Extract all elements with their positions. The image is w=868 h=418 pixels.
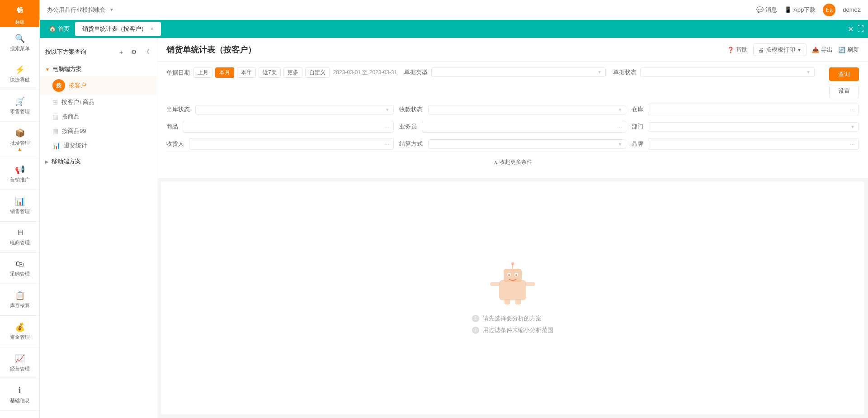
- sidebar-item-shortcut[interactable]: ⚡ 快捷导航: [0, 58, 39, 90]
- tab-home[interactable]: 🏠 首页: [43, 25, 75, 33]
- left-panel: 按以下方案查询 + ⚙ 《 ▼ 电脑端方案: [40, 38, 157, 418]
- print-button[interactable]: 🖨 按模板打印 ▼: [753, 43, 807, 56]
- tab-close-icon[interactable]: ×: [151, 26, 154, 32]
- tree-item-by-customer-product[interactable]: ⊞ 按客户+商品: [40, 95, 157, 109]
- salesperson-input[interactable]: ···: [422, 121, 627, 133]
- search-icon: 🔍: [15, 33, 25, 43]
- app-download-action[interactable]: 📱 App下载: [784, 6, 816, 14]
- print-label: 按模板打印: [766, 46, 795, 54]
- home-icon: 🏠: [49, 25, 56, 32]
- avatar[interactable]: Ea: [823, 4, 835, 16]
- collapse-button[interactable]: ∧ 收起更多条件: [494, 156, 532, 169]
- export-icon: 📤: [812, 47, 819, 53]
- product-input[interactable]: ···: [183, 121, 394, 133]
- date-btn-7days[interactable]: 近7天: [259, 67, 281, 78]
- add-scheme-button[interactable]: +: [116, 47, 126, 57]
- date-btn-last-month[interactable]: 上月: [193, 67, 212, 78]
- maximize-icon[interactable]: ⛶: [857, 25, 864, 33]
- tree-item-by-product[interactable]: ▦ 按商品: [40, 109, 157, 124]
- tab-sales-stats-label: 销货单统计表（按客户）: [82, 25, 147, 33]
- sidebar-item-purchase-label: 采购管理: [10, 271, 30, 277]
- salesperson-label: 业务员: [399, 123, 418, 131]
- sidebar-item-wholesale[interactable]: 📦 批发管理 ▲: [0, 122, 39, 158]
- doc-type-arrow-icon: ▼: [597, 70, 602, 75]
- receive-status-label: 收款状态: [399, 105, 425, 114]
- date-btn-custom[interactable]: 自定义: [305, 67, 330, 78]
- industry-selector[interactable]: 办公用品行业模拟账套 ▼: [47, 6, 114, 14]
- tree-item-by-product99-label: 按商品99: [62, 127, 86, 135]
- warehouse-input[interactable]: ···: [648, 104, 859, 115]
- tab-sales-stats[interactable]: 销货单统计表（按客户） ×: [75, 22, 161, 36]
- tree-item-by-customer-product-label: 按客户+商品: [61, 98, 94, 106]
- out-status-arrow-icon: ▼: [385, 107, 390, 112]
- sidebar-item-system[interactable]: ⚙ 系统管理: [0, 411, 39, 418]
- filter-area: 单据日期 上月 本月 本年 近7天 更多 自定义 2023-03-01 至 20…: [157, 62, 868, 178]
- sidebar-item-ecommerce[interactable]: 🖥 电商管理: [0, 222, 39, 253]
- tree-group-desktop-label: 电脑端方案: [52, 65, 82, 73]
- salesperson-filter: 业务员 ···: [399, 121, 627, 133]
- warehouse-label: 仓库: [632, 105, 644, 114]
- date-btn-this-month[interactable]: 本月: [215, 67, 234, 78]
- brand-input[interactable]: ···: [648, 138, 859, 150]
- department-select[interactable]: ▼: [648, 122, 859, 132]
- date-btn-more[interactable]: 更多: [283, 67, 302, 78]
- left-panel-actions: + ⚙ 《: [116, 47, 151, 57]
- right-content: 销货单统计表（按客户） ❓ 帮助 🖨 按模板打印 ▼ 📤: [157, 38, 868, 418]
- tree-group-mobile-header[interactable]: ▶ 移动端方案: [40, 155, 157, 168]
- tree-item-by-product99[interactable]: ▦ 按商品99: [40, 124, 157, 138]
- out-status-select[interactable]: ▼: [195, 105, 394, 114]
- tree-group-mobile-label: 移动端方案: [52, 157, 81, 166]
- export-link[interactable]: 📤 导出: [812, 46, 833, 54]
- settings-scheme-button[interactable]: ⚙: [129, 47, 139, 57]
- tree-item-return-stats[interactable]: 📊 退货统计: [40, 138, 157, 153]
- payment-method-arrow-icon: ▼: [618, 142, 622, 147]
- app-logo[interactable]: 畅 标版: [0, 0, 40, 27]
- close-window-icon[interactable]: ✕: [848, 25, 854, 33]
- settings-button[interactable]: 设置: [829, 84, 859, 98]
- consignee-label: 收货人: [166, 140, 185, 148]
- brand-filter: 品牌 ···: [632, 138, 859, 150]
- chart-icon: 📊: [52, 142, 60, 149]
- message-icon: 💬: [756, 6, 764, 13]
- sidebar-item-marketing-label: 营销推广: [10, 176, 30, 183]
- doc-type-select[interactable]: ▼: [431, 67, 606, 77]
- sidebar-item-basic[interactable]: ℹ 基础信息: [0, 379, 39, 411]
- page-header: 销货单统计表（按客户） ❓ 帮助 🖨 按模板打印 ▼ 📤: [157, 38, 868, 62]
- settings-icon: ⚙: [131, 48, 137, 56]
- sidebar-item-search[interactable]: 🔍 搜索菜单: [0, 27, 39, 58]
- hint2-num: ②: [472, 327, 479, 334]
- query-button[interactable]: 查询: [829, 67, 859, 81]
- refresh-link[interactable]: 🔄 刷新: [838, 46, 859, 54]
- out-status-filter: 出库状态 ▼: [166, 104, 394, 115]
- collapse-panel-button[interactable]: 《: [142, 47, 151, 57]
- sidebar-item-retail[interactable]: 🛒 零售管理: [0, 90, 39, 122]
- message-action[interactable]: 💬 消息: [756, 6, 777, 14]
- doc-status-select[interactable]: ▼: [640, 67, 815, 77]
- sidebar-item-finance[interactable]: 💰 资金管理: [0, 316, 39, 347]
- tree-group-desktop-header[interactable]: ▼ 电脑端方案: [40, 62, 157, 76]
- help-link[interactable]: ❓ 帮助: [727, 46, 748, 54]
- page-title-row: 销货单统计表（按客户） ❓ 帮助 🖨 按模板打印 ▼ 📤: [166, 43, 859, 56]
- sidebar-item-marketing[interactable]: 📢 营销推广: [0, 158, 39, 190]
- sidebar-item-inventory-label: 库存核算: [10, 302, 30, 309]
- marketing-icon: 📢: [15, 165, 25, 175]
- consignee-input[interactable]: ···: [189, 138, 394, 150]
- page-header-actions: ❓ 帮助 🖨 按模板打印 ▼ 📤 导出 🔄: [727, 43, 859, 56]
- sidebar-item-inventory[interactable]: 📋 库存核算: [0, 284, 39, 316]
- sidebar-item-finance-label: 资金管理: [10, 334, 30, 341]
- sidebar-item-purchase[interactable]: 🛍 采购管理: [0, 253, 39, 284]
- sidebar-item-operation[interactable]: 📈 经营管理: [0, 347, 39, 379]
- doc-type-label: 单据类型: [404, 68, 428, 76]
- date-range-display: 2023-03-01 至 2023-03-31: [333, 69, 397, 76]
- svg-point-6: [508, 274, 510, 276]
- tab-bar: 🏠 首页 销货单统计表（按客户） × ✕ ⛶: [40, 20, 868, 38]
- tree-item-by-product-label: 按商品: [62, 113, 80, 121]
- tree-item-by-customer[interactable]: 按 按客户: [40, 76, 157, 95]
- sidebar-item-sales[interactable]: 📊 销售管理: [0, 190, 39, 222]
- page-title: 销货单统计表（按客户）: [166, 44, 256, 55]
- svg-point-7: [515, 274, 517, 276]
- date-btn-this-year[interactable]: 本年: [237, 67, 256, 78]
- empty-hints: ① 请先选择要分析的方案 ② 用过滤条件来缩小分析范围: [472, 314, 553, 334]
- payment-method-select[interactable]: ▼: [428, 139, 627, 149]
- receive-status-select[interactable]: ▼: [428, 105, 627, 114]
